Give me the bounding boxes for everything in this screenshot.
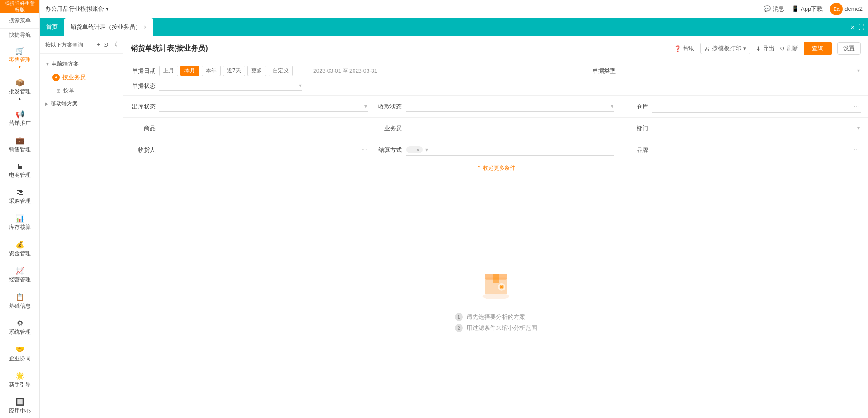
tree-group-arrow-down: ▼ [45,62,50,66]
app-download-btn[interactable]: 📱 App下载 [792,5,823,13]
guide-icon: 🌟 [15,371,24,380]
date-btn-this-month[interactable]: 本月 [180,66,199,76]
sidebar-item-enterprise[interactable]: 🤝 企业协同 [0,341,39,367]
help-btn[interactable]: ❓ 帮助 [674,44,695,52]
brand-control[interactable]: ··· [652,144,861,156]
sales-label: 销售管理 [9,146,31,153]
date-btn-last-month[interactable]: 上月 [159,66,178,76]
scheme-edit-icon[interactable]: ⊙ [103,41,108,49]
account-dropdown-icon: ▾ [106,5,109,12]
sidebar-item-ecommerce[interactable]: 🖥 电商管理 [0,158,39,184]
tree-item-by-salesperson[interactable]: ● 按业务员 [40,71,123,84]
order-icon-small: ⊞ [56,88,61,94]
sidebar-item-system[interactable]: ⚙ 系统管理 [0,314,39,341]
goods-control[interactable]: ··· [159,122,368,134]
sidebar-item-finance[interactable]: 💰 资金管理 [0,236,39,262]
empty-step-1: 1 请先选择要分析的方案 [455,313,537,321]
sidebar-item-base[interactable]: 📋 基础信息 [0,288,39,314]
step2-text: 用过滤条件来缩小分析范围 [467,324,537,332]
tree-group-desktop-header[interactable]: ▼ 电脑端方案 [40,57,123,71]
date-btn-custom[interactable]: 自定义 [269,66,293,76]
sidebar-item-guide[interactable]: 🌟 新手引导 [0,367,39,393]
finance-icon: 💰 [15,240,24,249]
collapse-label: 收起更多条件 [483,164,515,172]
warehouse-control[interactable]: ··· [652,100,861,113]
sidebar-item-wholesale[interactable]: 📦 批发管理 ▲ [0,74,39,105]
page-title-bar: 销货单统计表(按业务员) ❓ 帮助 🖨 按模板打印 ▾ ⬇ 导出 [123,36,868,61]
print-btn[interactable]: 🖨 按模板打印 ▾ [700,43,750,54]
delivery-control[interactable]: ▾ [159,101,368,112]
empty-state: 1 请先选择要分析的方案 2 用过滤条件来缩小分析范围 [123,175,868,418]
salesperson-control[interactable]: ··· [406,122,614,134]
finance-label: 资金管理 [9,250,31,257]
message-btn[interactable]: 💬 消息 [764,5,784,13]
sidebar-item-inventory[interactable]: 📊 库存核算 [0,209,39,236]
collapse-filter-btn[interactable]: ⌃ 收起更多条件 [123,161,868,175]
department-control[interactable]: ▾ [652,123,861,133]
help-label: 帮助 [683,44,695,52]
tabs-actions: × ⛶ [851,24,868,31]
print-label: 按模板打印 [712,44,741,52]
filter-goods: 商品 ··· [131,122,368,134]
account-selector[interactable]: 办公用品行业模拟账套 ▾ [45,5,109,13]
sales-icon: 💼 [15,136,24,145]
receiver-control[interactable]: ··· [159,144,368,156]
scheme-panel: 按以下方案查询 + ⊙ 《 ▼ 电脑端方案 ● 按业务员 [40,36,123,418]
query-button[interactable]: 查询 [804,42,832,55]
wholesale-arrow: ▲ [18,96,22,101]
scheme-add-icon[interactable]: + [97,41,100,49]
marketing-label: 营销推广 [9,119,31,127]
setting-button[interactable]: 设置 [837,42,861,55]
refresh-btn[interactable]: ↺ 刷新 [780,44,798,52]
tree-group-mobile-header[interactable]: ▶ 移动端方案 [40,97,123,110]
date-btn-this-year[interactable]: 本年 [202,66,221,76]
scheme-panel-header: 按以下方案查询 + ⊙ 《 [40,36,123,54]
sidebar-quick-nav[interactable]: 快捷导航 [0,28,39,42]
inventory-icon: 📊 [15,214,24,223]
tree-group-desktop: ▼ 电脑端方案 ● 按业务员 ⊞ 按单 [40,57,123,97]
doc-type-control[interactable]: ▾ [619,66,861,76]
settlement-tag-close[interactable]: × [416,147,419,152]
print-dropdown-icon: ▾ [743,45,746,52]
sidebar-item-purchase[interactable]: 🛍 采购管理 [0,184,39,209]
filter-receiver: 收货人 ··· [131,144,368,156]
payment-control[interactable]: ▾ [406,101,614,112]
sidebar-item-marketing[interactable]: 📢 营销推广 [0,105,39,132]
operations-label: 经营管理 [9,276,31,284]
page-title: 销货单统计表(按业务员) [131,44,208,53]
empty-steps: 1 请先选择要分析的方案 2 用过滤条件来缩小分析范围 [455,313,537,332]
date-btn-more[interactable]: 更多 [247,66,266,76]
receiver-label: 收货人 [131,146,156,154]
tabs-bar: 首页 销货单统计表（按业务员） × × ⛶ [40,18,868,36]
scheme-collapse-icon[interactable]: 《 [111,41,118,49]
message-icon: 💬 [764,5,771,12]
export-icon: ⬇ [756,45,761,52]
tab-home[interactable]: 首页 [40,18,64,36]
user-profile[interactable]: Ea demo2 [830,3,863,15]
scheme-tree: ▼ 电脑端方案 ● 按业务员 ⊞ 按单 ▶ 移动端方案 [40,54,123,114]
tree-sub-item-by-order[interactable]: ⊞ 按单 [40,84,123,97]
settlement-control[interactable]: × ▾ [406,144,614,156]
guide-label: 新手引导 [9,381,31,389]
sidebar-item-operations[interactable]: 📈 经营管理 [0,262,39,288]
sidebar-search[interactable]: 搜索菜单 [0,13,39,28]
doc-status-control[interactable]: ▾ [159,81,302,91]
right-panel: 销货单统计表(按业务员) ❓ 帮助 🖨 按模板打印 ▾ ⬇ 导出 [123,36,868,418]
ecommerce-icon: 🖥 [16,162,24,171]
sidebar-item-sales[interactable]: 💼 销售管理 [0,132,39,158]
empty-step-2: 2 用过滤条件来缩小分析范围 [455,324,537,332]
wholesale-label: 批发管理 [9,88,31,95]
main-area: 办公用品行业模拟账套 ▾ 💬 消息 📱 App下载 Ea demo2 首页 销货… [40,0,868,418]
tab-maximize-btn[interactable]: ⛶ [858,24,864,31]
apps-label: 应用中心 [9,407,31,415]
tree-item-active-dot: ● [52,74,60,81]
tab-minimize-btn[interactable]: × [851,24,854,31]
export-btn[interactable]: ⬇ 导出 [756,44,774,52]
date-btn-last7[interactable]: 近7天 [223,66,245,76]
sidebar-item-apps[interactable]: 🔲 应用中心 [0,393,39,418]
logo: 畅捷通好生意 标版 [0,0,39,13]
tab-close-icon[interactable]: × [144,24,147,30]
tab-active[interactable]: 销货单统计表（按业务员） × [64,18,153,36]
sidebar-item-retail[interactable]: 🛒 零售管理 ▼ [0,42,39,74]
print-icon: 🖨 [704,45,710,52]
